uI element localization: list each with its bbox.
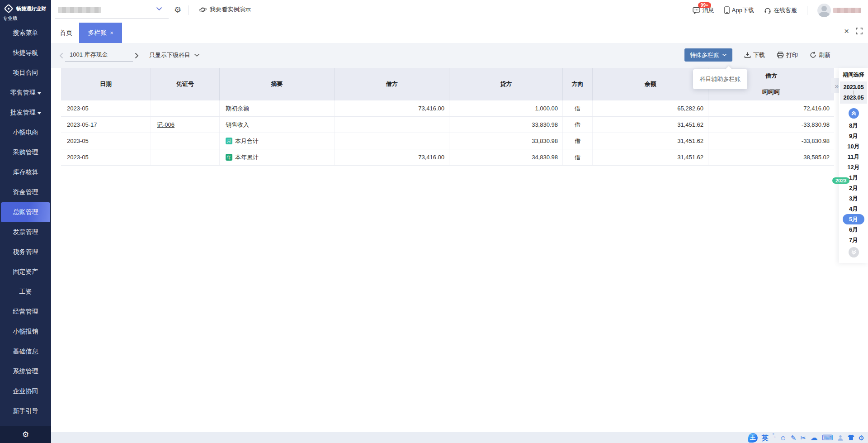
sidebar-item[interactable]: 企业协同 [0, 381, 51, 401]
scope-filter-dropdown[interactable]: 只显示下级科目 [149, 51, 200, 59]
ime-punctuation-toggle[interactable]: ”, [773, 433, 776, 438]
sidebar-item[interactable]: 零售管理 [0, 83, 51, 103]
sidebar-item[interactable]: 批发管理 [0, 103, 51, 123]
year-badge: 2023 [832, 177, 849, 184]
tab-multicolumn-ledger[interactable]: 多栏账 × [79, 23, 122, 43]
ime-language-toggle[interactable]: 英 [762, 434, 769, 441]
period-panel-title: 期间选择 [839, 68, 868, 81]
special-ledger-label: 特殊多栏账 [690, 51, 719, 59]
month-item[interactable]: 9月 [843, 131, 864, 141]
caret-down-icon [38, 92, 41, 95]
fullscreen-icon[interactable] [856, 28, 863, 34]
topbar-divider [807, 6, 807, 15]
ime-settings-gear-icon[interactable]: ⚙ [859, 434, 864, 441]
sidebar-item[interactable]: 小畅电商 [0, 123, 51, 143]
cell-balance: 65,282.60 [593, 100, 708, 116]
user-icon[interactable] [837, 434, 844, 441]
sidebar-item[interactable]: 经营管理 [0, 302, 51, 322]
org-name-blurred [58, 7, 101, 13]
org-selector[interactable] [55, 0, 169, 20]
col-header-balance: 余额 [593, 68, 708, 100]
sidebar-item[interactable]: 小畅报销 [0, 322, 51, 342]
close-icon[interactable]: × [844, 27, 849, 35]
special-ledger-button[interactable]: 特殊多栏账 [684, 48, 732, 62]
app-download-button[interactable]: App下载 [724, 6, 754, 14]
chevron-down-icon [156, 7, 162, 11]
sidebar-item[interactable]: 库存核算 [0, 162, 51, 182]
month-item[interactable]: 8月 [843, 120, 864, 131]
cell-date: 2023-05-17 [61, 117, 151, 133]
print-button[interactable]: 打印 [777, 51, 798, 59]
settings-gear-icon[interactable]: ⚙ [174, 5, 181, 15]
cell-credit: 33,830.98 [449, 117, 563, 133]
sidebar-item[interactable]: 总账管理 [1, 202, 50, 222]
cell-voucher [151, 149, 220, 165]
sidebar-item[interactable]: 新手引导 [0, 401, 51, 421]
print-icon [777, 52, 784, 58]
double-chevron-right-icon: » [835, 82, 839, 90]
month-item[interactable]: 2月 [843, 183, 864, 193]
sidebar-item[interactable]: 工资 [0, 282, 51, 302]
sidebar-item[interactable]: 资金管理 [0, 182, 51, 202]
month-item[interactable]: 10月 [843, 141, 864, 152]
tab-home[interactable]: 首页 [60, 23, 72, 43]
cell-custom-debit: -33,830.98 [708, 133, 834, 149]
next-account-button[interactable] [133, 52, 141, 59]
table-body: 2023-05期初余额73,416.001,000.00借65,282.6072… [61, 100, 834, 166]
month-total-icon: 月 [226, 138, 232, 144]
month-item[interactable]: 7月 [843, 235, 864, 245]
table-row: 2023-05年本年累计73,416.0034,830.98借31,451.62… [61, 149, 834, 166]
download-icon [744, 52, 751, 58]
sidebar-item[interactable]: 基础信息 [0, 342, 51, 362]
headset-icon [764, 7, 771, 14]
chevron-down-icon [194, 53, 200, 57]
scroll-up-button[interactable] [849, 108, 859, 119]
online-support-button[interactable]: 在线客服 [764, 6, 797, 14]
refresh-button[interactable]: 刷新 [810, 51, 830, 59]
tabbar: 首页 多栏账 × × [51, 20, 868, 43]
sidebar-item[interactable]: 快捷导航 [0, 43, 51, 63]
ime-logo[interactable]: 王 [748, 433, 758, 443]
user-menu[interactable] [817, 4, 861, 17]
table-row: 2023-05期初余额73,416.001,000.00借65,282.6072… [61, 100, 834, 117]
month-item[interactable]: 12月 [843, 162, 864, 172]
caret-down-icon [38, 112, 41, 114]
month-item[interactable]: 11月 [843, 152, 864, 162]
voucher-link[interactable]: 记-006 [157, 121, 175, 129]
download-button[interactable]: 下载 [744, 51, 765, 59]
sidebar-item[interactable]: 采购管理 [0, 143, 51, 162]
sidebar-item[interactable]: 系统管理 [0, 362, 51, 381]
emoji-icon[interactable]: ☺ [780, 434, 787, 441]
sidebar-item[interactable]: 发票管理 [0, 222, 51, 242]
messages-badge: 99+ [698, 2, 711, 8]
topbar-divider [188, 5, 189, 15]
tab-close-icon[interactable]: × [110, 29, 113, 36]
messages-button[interactable]: 消息 99+ [693, 6, 714, 14]
keyboard-icon[interactable]: ⌨ [822, 434, 833, 442]
sidebar-item[interactable]: 税务管理 [0, 242, 51, 262]
cell-custom-debit: -33,830.98 [708, 117, 834, 133]
sidebar-item[interactable]: 项目合同 [0, 63, 51, 83]
demo-link[interactable]: 我要看实例演示 [198, 5, 251, 14]
month-item[interactable]: 4月 [843, 204, 864, 214]
sidebar-item[interactable]: 搜索菜单 [0, 23, 51, 43]
skin-shirt-icon[interactable] [848, 434, 854, 441]
month-item[interactable]: 3月 [843, 193, 864, 204]
period-panel: 期间选择 2023.05 | 2023.05 8月9月10月11月12月1月2月… [839, 68, 868, 263]
table-row: 2023-05月本月合计33,830.98借31,451.62-33,830.9… [61, 133, 834, 149]
scissors-icon[interactable]: ✂ [800, 434, 806, 441]
account-input[interactable]: 1001 库存现金 [65, 49, 133, 62]
scroll-down-button[interactable] [849, 247, 859, 257]
refresh-icon [810, 52, 816, 58]
prev-account-button[interactable] [57, 52, 65, 59]
period-range[interactable]: 2023.05 | 2023.05 [840, 81, 867, 104]
pencil-icon[interactable]: ✎ [791, 434, 797, 441]
month-item[interactable]: 5月 [843, 214, 864, 224]
cloud-icon[interactable]: ☁ [810, 434, 818, 442]
cell-debit [335, 133, 449, 149]
sidebar-settings-button[interactable]: ⚙ [0, 426, 51, 443]
menu-item-subject-aux-ledger[interactable]: 科目辅助多栏账 [693, 69, 747, 89]
app-logo: 畅捷通好业财 专业版 [0, 0, 51, 23]
sidebar-item[interactable]: 固定资产 [0, 262, 51, 282]
month-item[interactable]: 6月 [843, 224, 864, 235]
